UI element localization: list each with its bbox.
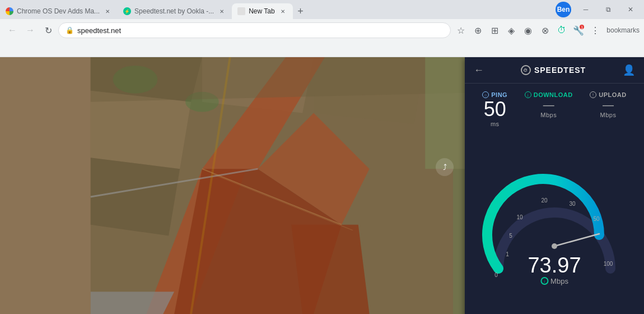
close-button[interactable]: ✕ [619,0,642,19]
bookmark-bar [0,41,644,57]
svg-text:100: 100 [604,261,613,267]
download-unit: Mbps [540,112,557,118]
svg-marker-13 [91,292,174,314]
tab-1[interactable]: Chrome OS Dev Adds Ma... ✕ [0,3,118,19]
new-tab-button[interactable]: + [293,3,309,19]
address-bar[interactable]: 🔒 speedtest.net [58,22,451,38]
metrics-row: ○ PING 50 ms ↓ DOWNLOAD — Mbps [465,84,644,132]
user-avatar[interactable]: Ben [556,2,571,17]
download-label: ↓ DOWNLOAD [525,91,573,98]
extension3-icon[interactable]: ⊗ [537,22,553,38]
svg-text:20: 20 [541,197,548,204]
tab1-close[interactable]: ✕ [103,7,112,16]
upload-label: ↑ UPLOAD [590,91,626,98]
ping-value: 50 [484,99,506,119]
svg-point-22 [552,243,557,249]
speedtest-logo: ⏱ SPEEDTEST [521,65,586,75]
svg-marker-3 [91,158,180,236]
upload-metric: ↑ UPLOAD — Mbps [590,91,626,127]
upload-value: — [603,99,614,110]
title-bar: Chrome OS Dev Adds Ma... ✕ ⚡ Speedtest.n… [0,0,644,19]
download-icon: ↓ [525,91,531,98]
svg-text:50: 50 [593,216,600,222]
nav-actions: ☆ ⊕ ⊞ ◈ ◉ ⊗ ⏱ 🔧 1 ⋮ bookmarks [453,22,640,38]
tab3-title: New Tab [249,7,274,15]
tab-3[interactable]: New Tab ✕ [232,3,292,19]
gauge-number: 73.97 [528,255,581,276]
back-button[interactable]: ← [4,22,20,38]
ping-metric: ○ PING 50 ms [482,91,507,127]
tab2-favicon: ⚡ [123,7,131,15]
gauge-unit-text: Mbps [550,277,568,285]
svg-text:5: 5 [509,233,512,239]
svg-marker-2 [91,91,191,169]
svg-text:10: 10 [516,214,523,220]
menu-button[interactable]: ⋮ [587,22,603,38]
tab3-favicon [237,7,245,15]
popup-back-button[interactable]: ← [474,64,484,76]
extension4-icon[interactable]: 🔧 1 [571,22,586,38]
minimize-button[interactable]: ─ [575,0,597,19]
extension1-icon[interactable]: ◈ [503,22,519,38]
browser-frame: Chrome OS Dev Adds Ma... ✕ ⚡ Speedtest.n… [0,0,644,314]
tab-2[interactable]: ⚡ Speedtest.net by Ookla -... ✕ [118,3,232,19]
tab2-close[interactable]: ✕ [217,7,226,16]
speedtest-popup: ← ⏱ SPEEDTEST 👤 ○ PING 50 ms [465,57,644,314]
profile-icon[interactable]: 👤 [623,64,635,76]
window-controls: ─ ⧉ ✕ [575,0,644,19]
download-value: — [543,99,554,110]
pocket-icon[interactable]: ⊕ [470,22,486,38]
address-text: speedtest.net [77,26,444,35]
upload-unit: Mbps [600,112,617,118]
tab1-favicon [6,7,13,15]
tabs-area: Chrome OS Dev Adds Ma... ✕ ⚡ Speedtest.n… [0,0,556,19]
maximize-button[interactable]: ⧉ [597,0,619,19]
svg-text:1: 1 [506,251,509,257]
reader-icon[interactable]: ⊞ [487,22,502,38]
svg-text:0: 0 [494,272,498,278]
upload-icon: ↑ [590,91,596,98]
extension2-icon[interactable]: ◉ [520,22,536,38]
svg-line-21 [554,234,599,246]
nav-bar: ← → ↻ 🔒 speedtest.net ☆ ⊕ ⊞ ◈ ◉ ⊗ ⏱ 🔧 1 … [0,19,644,41]
lock-icon: 🔒 [66,26,74,34]
speedtest-ext-icon[interactable]: ⏱ [554,22,570,38]
svg-marker-10 [291,225,369,314]
tab1-title: Chrome OS Dev Adds Ma... [17,7,100,15]
gauge-download-icon: ↓ [540,277,548,285]
bookmarks-label: bookmarks [604,26,640,34]
popup-header: ← ⏱ SPEEDTEST 👤 [465,57,644,84]
forward-button[interactable]: → [22,22,38,38]
speedtest-logo-icon: ⏱ [521,65,531,75]
gauge-value-container: 73.97 ↓ Mbps [528,255,581,285]
tab3-close[interactable]: ✕ [278,7,287,16]
reload-button[interactable]: ↻ [40,22,56,38]
bookmark-star[interactable]: ☆ [453,22,469,38]
ping-unit: ms [491,121,500,127]
gauge-wrap: 0 1 5 10 20 30 50 100 [482,173,627,285]
download-metric: ↓ DOWNLOAD — Mbps [525,91,573,127]
gauge-container: 0 1 5 10 20 30 50 100 [465,132,644,314]
gauge-unit-row: ↓ Mbps [528,277,581,285]
tab2-title: Speedtest.net by Ookla -... [134,7,214,15]
share-icon[interactable]: ⤴ [436,158,454,176]
speedtest-logo-text: SPEEDTEST [534,66,586,75]
svg-text:30: 30 [569,201,576,207]
content-area: ⤴ ← ⏱ SPEEDTEST 👤 ○ PING [0,57,644,314]
